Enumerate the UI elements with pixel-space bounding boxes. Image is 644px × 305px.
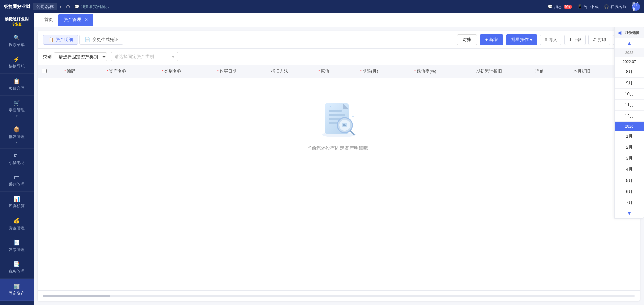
sidebar-item-salary[interactable]: 💵 工资 <box>0 301 34 305</box>
add-button[interactable]: + 新增 <box>480 34 503 45</box>
wholesale-sub-arrow: ▾ <box>16 141 18 144</box>
sidebar-item-invoice[interactable]: 🧾 发票管理 <box>0 235 34 257</box>
year-2022-label: 2022 <box>615 48 644 57</box>
month-item-2023-03[interactable]: 3月 <box>615 153 644 164</box>
sidebar-item-ecommerce[interactable]: 🛍 小畅电商 <box>0 149 34 170</box>
sidebar-item-finance[interactable]: 💰 资金管理 <box>0 213 34 235</box>
month-item-2022-12[interactable]: 12月 <box>615 111 644 122</box>
empty-state: 当前您还没有固定资产明细哦~ <box>38 78 640 171</box>
sidebar-item-search[interactable]: 🔍 搜索菜单 <box>0 30 34 52</box>
collapse-left-icon[interactable]: ◀ <box>618 30 621 35</box>
change-voucher-icon: 📄 <box>85 37 90 42</box>
sub-tab-left: 📋 资产明细 📄 变更生成凭证 <box>43 35 123 45</box>
empty-text: 当前您还没有固定资产明细哦~ <box>307 145 371 151</box>
scrollbar-thumb[interactable] <box>43 295 110 297</box>
tab-asset-management[interactable]: 资产管理 ✕ <box>58 14 93 26</box>
sidebar-item-invoice-label: 发票管理 <box>9 247 25 253</box>
svg-rect-10 <box>343 124 345 125</box>
invoice-icon: 🧾 <box>13 239 20 246</box>
month-item-2023-06[interactable]: 6月 <box>615 186 644 197</box>
asset-detail-icon: 📋 <box>48 37 54 42</box>
print-button[interactable]: 🖨 打印 <box>588 35 610 45</box>
sidebar-item-inventory-label: 库存核算 <box>9 203 25 209</box>
purchase-icon: 🗃 <box>14 174 19 180</box>
tab-home[interactable]: 首页 <box>39 14 58 26</box>
import-icon: ⬆ <box>544 37 548 42</box>
table-wrap: *编码 *资产名称 *类别名称 *购买日期 折旧方法 *原值 *期限(月) *残… <box>38 65 640 290</box>
mobile-icon: 📱 <box>577 4 582 9</box>
month-item-2022-09[interactable]: 9月 <box>615 78 644 89</box>
select-all-checkbox[interactable] <box>42 69 47 73</box>
month-list: 2022 2022.07 8月 9月 10月 11月 <box>615 48 644 208</box>
page-content: 📋 资产明细 📄 变更生成凭证 对账 + 新增 批量操作 ▾ <box>34 27 644 305</box>
app-logo: 畅捷通好业财 <box>4 4 30 10</box>
month-label-2023-2: 2月 <box>626 144 633 150</box>
retail-icon: 🛒 <box>13 100 20 106</box>
message-btn[interactable]: 💬 消息 99+ <box>548 4 572 10</box>
sidebar-item-wholesale[interactable]: 📦 批发管理 ▾ <box>0 122 34 149</box>
month-item-2023-01[interactable]: 1月 <box>615 131 644 142</box>
svg-rect-3 <box>329 110 342 112</box>
month-item-2023-05[interactable]: 5月 <box>615 175 644 186</box>
settings-icon[interactable]: ⚙ <box>64 2 72 11</box>
month-label-8: 8月 <box>626 69 633 75</box>
sidebar-item-project[interactable]: 📋 项目合同 <box>0 74 34 96</box>
tab-close-icon[interactable]: ✕ <box>85 17 88 22</box>
bottom-scrollbar[interactable] <box>43 295 635 297</box>
app-download-btn[interactable]: 📱 App下载 <box>577 4 599 10</box>
month-item-2022-08[interactable]: 8月 <box>615 66 644 78</box>
import-button[interactable]: ⬆ 导入 <box>540 35 561 45</box>
month-item-2022-07[interactable]: 2022.07 <box>615 57 644 66</box>
sidebar-item-retail[interactable]: 🛒 零售管理 ▾ <box>0 96 34 122</box>
sub-tab-change-voucher-label: 变更生成凭证 <box>92 37 118 43</box>
download-button[interactable]: ⬇ 下载 <box>564 35 586 45</box>
month-label-2023-4: 4月 <box>626 166 633 172</box>
month-item-2023-02[interactable]: 2月 <box>615 142 644 153</box>
top-bar-right: 💬 消息 99+ 📱 App下载 🎧 在线客服 用户名 <box>548 3 640 11</box>
month-item-2023-04[interactable]: 4月 <box>615 164 644 175</box>
sidebar-item-finance-label: 资金管理 <box>9 225 25 231</box>
online-service-btn[interactable]: 🎧 在线客服 <box>604 4 627 10</box>
empty-illustration <box>315 98 362 139</box>
sidebar-item-tax[interactable]: 📑 税务管理 <box>0 257 34 279</box>
svg-rect-5 <box>329 118 340 120</box>
month-item-2022-10[interactable]: 10月 <box>615 89 644 100</box>
bottom-bar <box>38 290 640 301</box>
svg-rect-4 <box>329 114 345 116</box>
finance-icon: 💰 <box>13 217 20 224</box>
month-nav-down-btn[interactable]: ▼ <box>627 210 632 216</box>
asset-panel: 📋 资产明细 📄 变更生成凭证 对账 + 新增 批量操作 ▾ <box>38 31 640 301</box>
sidebar-item-purchase[interactable]: 🗃 采购管理 <box>0 170 34 192</box>
month-label-12: 12月 <box>625 113 634 119</box>
sidebar-item-inventory[interactable]: 📊 库存核算 <box>0 192 34 213</box>
th-category-name: *类别名称 <box>144 65 200 78</box>
month-item-2023-07[interactable]: 7月 <box>615 197 644 208</box>
table-header-row: *编码 *资产名称 *类别名称 *购买日期 折旧方法 *原值 *期限(月) *残… <box>38 65 640 78</box>
month-nav-up-btn[interactable]: ▲ <box>627 40 632 46</box>
category-input[interactable]: 请选择固定资产类别 ▾ <box>111 52 178 61</box>
tab-asset-management-label: 资产管理 <box>64 17 81 23</box>
month-item-2022-11[interactable]: 11月 <box>615 100 644 111</box>
demo-link[interactable]: 💬 我要看实例演示 <box>74 4 109 10</box>
avatar[interactable]: 用户名 <box>632 3 640 11</box>
demo-icon: 💬 <box>74 4 79 9</box>
sidebar-item-quick-nav[interactable]: ⚡ 快捷导航 <box>0 52 34 74</box>
duizhang-button[interactable]: 对账 <box>457 34 477 45</box>
app-download-label: App下载 <box>584 4 599 10</box>
category-select[interactable]: 请选择固定资产类别 房屋建筑 机器设备 交通运输工具 电子设备 <box>54 52 107 61</box>
company-dropdown-arrow[interactable]: ▾ <box>60 5 62 9</box>
sub-tab-change-voucher[interactable]: 📄 变更生成凭证 <box>79 35 123 45</box>
batch-button[interactable]: 批量操作 ▾ <box>506 34 537 45</box>
category-filter-label: 类别 <box>43 54 52 60</box>
company-selector[interactable]: 公司名称 <box>33 3 57 10</box>
month-panel: ◀ 月份选择 ▲ 2022 2022.07 8月 <box>614 27 644 219</box>
sidebar-logo: 畅捷通好业财 专业版 <box>0 13 34 30</box>
sidebar-app-name: 畅捷通好业财 <box>5 17 29 21</box>
filter-dropdown-arrow: ▾ <box>172 54 174 59</box>
sidebar-item-fixed-assets[interactable]: 🏢 固定资产 <box>0 279 34 301</box>
sub-tab-asset-detail[interactable]: 📋 资产明细 <box>43 35 78 45</box>
top-bar: 畅捷通好业财 公司名称 ▾ ⚙ 💬 我要看实例演示 💬 消息 99+ 📱 App… <box>0 0 644 13</box>
th-period: *期限(月) <box>343 65 395 78</box>
month-label-2023-3: 3月 <box>626 155 633 161</box>
category-input-placeholder: 请选择固定资产类别 <box>115 54 154 60</box>
